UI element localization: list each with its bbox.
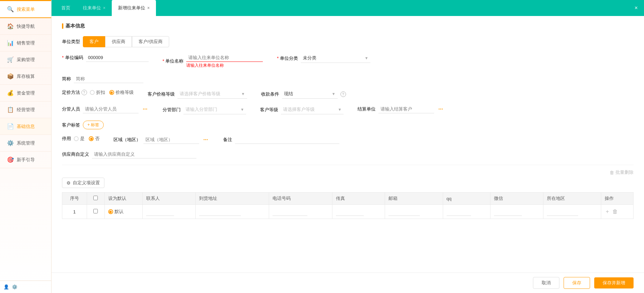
disabled-yes-radio[interactable]: 是 (74, 136, 85, 142)
region-input[interactable] (143, 136, 199, 144)
row-address (195, 205, 269, 219)
customer-price-level-label: 客户价格等级 (148, 91, 175, 97)
main-area: 首页 往来单位 × 新增往来单位 × × 基本信息 单位类型 客户 供应商 客户… (52, 0, 644, 293)
pricing-radio-level[interactable]: 价格等级 (109, 89, 134, 96)
basic-info-icon: 📄 (7, 123, 14, 130)
sidebar-user-icon: 👤 (3, 284, 9, 290)
department-select[interactable]: 请输入分管部门 ▼ (183, 105, 246, 114)
unit-type-group: 客户 供应商 客户/供应商 (83, 36, 169, 47)
manager-input[interactable] (83, 105, 139, 113)
tab-home[interactable]: 首页 (55, 0, 77, 16)
row-wechat (490, 205, 543, 219)
unit-type-customer-btn[interactable]: 客户 (83, 36, 105, 47)
sidebar-item-finance[interactable]: 💰 资金管理 (0, 85, 51, 101)
short-name-input[interactable] (74, 75, 143, 83)
cancel-button[interactable]: 取消 (533, 277, 559, 289)
col-email: 邮箱 (385, 193, 443, 205)
region-more-btn[interactable]: ··· (202, 137, 209, 143)
tab-contacts[interactable]: 往来单位 × (77, 0, 112, 16)
sidebar-item-inventory[interactable]: 📦 库存核算 (0, 68, 51, 85)
home-icon: 🏠 (7, 23, 14, 30)
disabled-no-radio[interactable]: 否 (89, 136, 100, 142)
col-default: 设为默认 (104, 193, 143, 205)
customer-level-placeholder: 请选择客户等级 (283, 106, 336, 113)
col-wechat: 微信 (490, 193, 543, 205)
row-phone (269, 205, 332, 219)
manager-more-btn[interactable]: ··· (141, 106, 149, 112)
section-bar-icon (62, 23, 63, 29)
customer-price-level-select[interactable]: 请选择客户价格等级 ▼ (178, 89, 247, 99)
row-delete-btn[interactable]: 🗑 (611, 209, 619, 214)
search-icon: 🔍 (7, 6, 14, 13)
sidebar-item-system[interactable]: ⚙️ 系统管理 (0, 135, 51, 152)
tab-new-contact-close[interactable]: × (147, 6, 150, 10)
row-contact-input[interactable] (146, 207, 174, 216)
save-new-button[interactable]: 保存并新增 (594, 277, 634, 288)
row-location (543, 205, 601, 219)
row-phone-input[interactable] (273, 207, 307, 216)
unit-name-error: 请输入往来单位名称 (186, 63, 263, 68)
save-button[interactable]: 保存 (564, 277, 590, 289)
customer-tag-field: 客户标签 + 标签 (62, 121, 104, 129)
pricing-radio-discount[interactable]: 折扣 (90, 89, 105, 96)
select-all-checkbox[interactable] (93, 196, 98, 200)
settlement-unit-input[interactable] (378, 105, 434, 113)
settlement-unit-more-btn[interactable]: ··· (437, 106, 444, 112)
unit-name-input[interactable] (186, 54, 263, 62)
row-add-btn[interactable]: + (605, 209, 610, 214)
row-default-cell: 默认 (104, 205, 143, 219)
inventory-icon: 📦 (7, 73, 14, 80)
row-default-radio[interactable]: 默认 (108, 209, 139, 215)
payment-terms-question-icon[interactable]: ? (340, 91, 346, 97)
sidebar-item-operations-label: 经营管理 (17, 107, 35, 113)
tab-new-contact[interactable]: 新增往来单位 × (112, 0, 156, 16)
row-location-input[interactable] (547, 207, 578, 216)
sidebar-items: 🔍 搜索菜单 🏠 快捷导航 📊 销售管理 🛒 采购管理 📦 库存核算 💰 资金管… (0, 1, 51, 280)
col-qq: qq (443, 193, 490, 205)
unit-category-label: * 单位分类 (277, 55, 298, 62)
disabled-yes-label: 是 (80, 136, 85, 142)
unit-category-field: * 单位分类 未分类 ▼ (277, 54, 370, 63)
window-close-button[interactable]: × (632, 3, 641, 13)
unit-code-input[interactable] (86, 54, 149, 62)
remark-input[interactable] (235, 136, 339, 144)
customer-price-level-placeholder: 请选择客户价格等级 (180, 91, 240, 97)
col-phone: 电话号码 (269, 193, 332, 205)
unit-type-both-btn[interactable]: 客户/供应商 (132, 36, 169, 47)
col-checkbox (87, 193, 104, 205)
row-qq-input[interactable] (447, 207, 471, 216)
supplier-custom-row: 供应商自定义 (62, 150, 634, 158)
sidebar-bottom: 👤 ⚙️ (0, 280, 51, 293)
payment-terms-select[interactable]: 现结 ▼ (282, 89, 338, 99)
row-checkbox[interactable] (93, 209, 98, 213)
sidebar-item-operations[interactable]: 📋 经营管理 (0, 101, 51, 118)
add-tag-button[interactable]: + 标签 (83, 121, 104, 129)
row-address-input[interactable] (199, 207, 241, 216)
unit-category-select[interactable]: 未分类 ▼ (301, 54, 370, 63)
unit-type-supplier-btn[interactable]: 供应商 (105, 36, 132, 47)
batch-delete-label: 批量删除 (615, 169, 634, 176)
sidebar-item-sales[interactable]: 📊 销售管理 (0, 35, 51, 51)
sidebar-item-guide[interactable]: 🎯 新手引导 (0, 152, 51, 168)
tab-bar: 首页 往来单位 × 新增往来单位 × × (52, 0, 644, 16)
row-fax (332, 205, 385, 219)
sidebar-item-basic-info[interactable]: 📄 基础信息 (0, 118, 51, 135)
pricing-question-icon[interactable]: ? (81, 90, 87, 95)
guide-icon: 🎯 (7, 156, 14, 163)
customer-level-arrow-icon: ▼ (338, 107, 341, 112)
sidebar-item-purchase[interactable]: 🛒 采购管理 (0, 51, 51, 68)
table-header-row: 序号 设为默认 联系人 到货地址 电话号码 传真 邮箱 qq 微信 所在地区 操… (62, 193, 634, 205)
supplier-custom-input[interactable] (92, 150, 196, 158)
tab-contacts-close[interactable]: × (103, 6, 105, 10)
customer-tag-row: 客户标签 + 标签 (62, 121, 634, 129)
sidebar-item-search[interactable]: 🔍 搜索菜单 (0, 1, 51, 18)
sidebar-item-quick-nav[interactable]: 🏠 快捷导航 (0, 18, 51, 35)
row-checkbox-cell (87, 205, 104, 219)
row-fax-input[interactable] (336, 207, 364, 216)
customer-level-select[interactable]: 请选择客户等级 ▼ (281, 105, 344, 114)
batch-delete-area[interactable]: 🗑 批量删除 (62, 169, 634, 176)
row-email-input[interactable] (388, 207, 420, 216)
row-wechat-input[interactable] (494, 207, 522, 216)
payment-terms-arrow-icon: ▼ (332, 92, 336, 96)
custom-settings-button[interactable]: ⚙ 自定义项设置 (62, 178, 104, 188)
